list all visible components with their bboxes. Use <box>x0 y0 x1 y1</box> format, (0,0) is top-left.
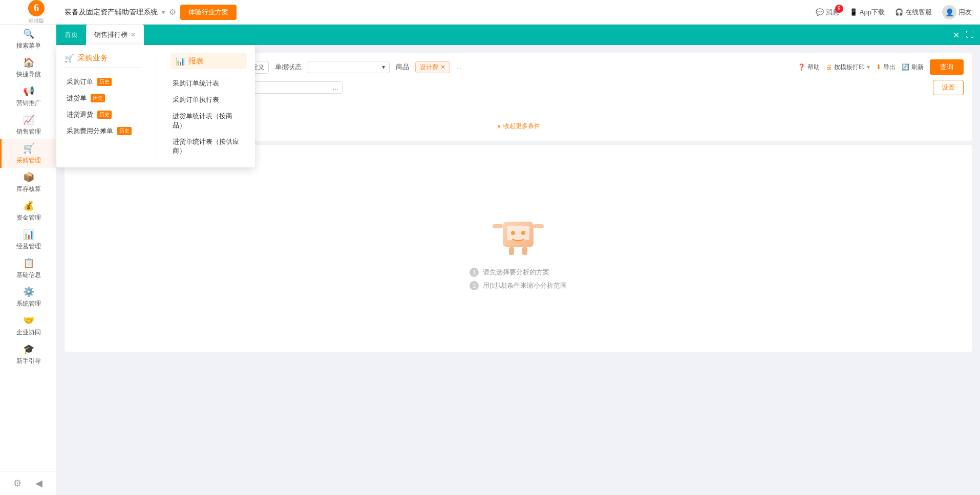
settings-bottom-btn[interactable]: ⚙ <box>13 478 22 489</box>
online-service-btn[interactable]: 🎧 在线客服 <box>895 8 932 17</box>
sidebar-item-sales[interactable]: 📈 销售管理 <box>0 111 56 139</box>
tip-num-2: 2 <box>470 281 479 290</box>
print-icon: 🖨 <box>826 63 832 71</box>
refresh-btn[interactable]: 🔄 刷新 <box>902 63 924 72</box>
chevron-down-icon[interactable]: ▾ <box>162 9 165 16</box>
empty-tip-1: 1 请先选择要分析的方案 <box>470 268 566 277</box>
app-download-btn[interactable]: 📱 App下载 <box>849 8 885 17</box>
toolbar-right: ❓ 帮助 🖨 按模板打印 ▾ ⬇ 导出 🔄 刷新 <box>798 59 964 75</box>
collab-icon: 🤝 <box>23 315 34 326</box>
logo-icon: 6 <box>28 0 45 16</box>
menu-item-po-exec[interactable]: 采购订单执行表 <box>171 92 247 108</box>
dropdown-menu: 🛒 采购业务 采购订单 历史 进货单 历史 进货退货 历史 采购费用分摊单 历史… <box>56 45 255 167</box>
headset-icon: 🎧 <box>895 8 903 16</box>
search-icon: 🔍 <box>23 28 34 39</box>
menu-item-receipt-stat-goods[interactable]: 进货单统计表（按商品） <box>171 108 247 134</box>
empty-tip-2: 2 用[过滤]条件来缩小分析范围 <box>470 281 566 290</box>
tab-bar: 首页 销售排行榜 ✕ ✕ ⛶ <box>56 25 980 45</box>
return-badge: 历史 <box>97 111 112 119</box>
message-badge: 9 <box>835 5 843 13</box>
menu-item-receipt-stat-supplier[interactable]: 进货单统计表（按供应商） <box>171 134 247 159</box>
purchase-section-title: 🛒 采购业务 <box>65 53 141 68</box>
sidebar-item-inventory[interactable]: 📦 库存核算 <box>0 168 56 197</box>
tab-close-icon[interactable]: ✕ <box>131 31 136 38</box>
inventory-icon: 📦 <box>23 171 34 183</box>
message-btn[interactable]: 💬 消息 9 <box>816 8 839 17</box>
user-btn[interactable]: 👤 用友 <box>942 5 972 19</box>
menu-divider <box>156 53 156 159</box>
setting-button[interactable]: 设置 <box>933 80 964 95</box>
purchase-section: 🛒 采购业务 采购订单 历史 进货单 历史 进货退货 历史 采购费用分摊单 历史 <box>65 53 141 159</box>
svg-rect-6 <box>493 224 503 228</box>
doc-status-dropdown[interactable]: ▾ <box>308 61 390 73</box>
finance-icon: 💰 <box>23 200 34 211</box>
reports-icon: 📊 <box>176 57 185 66</box>
top-right: 💬 消息 9 📱 App下载 🎧 在线客服 👤 用友 <box>816 5 972 19</box>
refresh-icon: 🔄 <box>902 63 909 71</box>
receipt-badge: 历史 <box>91 94 105 102</box>
sidebar-bottom: ⚙ ◀ <box>0 471 56 495</box>
sidebar-item-operation[interactable]: 📊 经营管理 <box>0 225 56 254</box>
sidebar-item-system[interactable]: ⚙️ 系统管理 <box>0 283 56 311</box>
logo-area: 6 标准版 <box>8 0 65 25</box>
goods-more-btn[interactable]: ... <box>456 63 461 71</box>
system-title: 装备及固定资产辅助管理系统 <box>65 8 158 17</box>
tip-num-1: 1 <box>470 268 479 277</box>
top-bar: 6 标准版 装备及固定资产辅助管理系统 ▾ ⚙ 体验行业方案 💬 消息 9 📱 … <box>0 0 980 25</box>
sidebar-item-purchase[interactable]: 🛒 采购管理 <box>0 139 56 168</box>
logo-subtitle: 标准版 <box>29 17 44 25</box>
sidebar-item-search[interactable]: 🔍 搜索菜单 <box>0 25 56 53</box>
sidebar-item-basic[interactable]: 📋 基础信息 <box>0 254 56 283</box>
export-icon: ⬇ <box>876 63 881 71</box>
menu-item-receipt[interactable]: 进货单 历史 <box>65 90 141 106</box>
toolbar-right-2: 设置 <box>933 80 964 95</box>
operation-icon: 📊 <box>23 229 34 240</box>
empty-state: 1 请先选择要分析的方案 2 用[过滤]条件来缩小分析范围 <box>65 165 972 331</box>
svg-rect-1 <box>507 226 529 240</box>
tab-close-all-icon[interactable]: ✕ <box>951 28 962 42</box>
sidebar-item-marketing[interactable]: 📢 营销推广 <box>0 82 56 111</box>
help-icon: ❓ <box>798 63 805 71</box>
svg-rect-5 <box>522 247 527 255</box>
goods-tag-close[interactable]: ✕ <box>440 63 445 71</box>
print-btn[interactable]: 🖨 按模板打印 ▾ <box>826 63 870 72</box>
sidebar-item-nav[interactable]: 🏠 快捷导航 <box>0 53 56 82</box>
system-title-area: 装备及固定资产辅助管理系统 ▾ ⚙ 体验行业方案 <box>65 5 816 20</box>
help-btn[interactable]: ❓ 帮助 <box>798 63 820 72</box>
tab-home[interactable]: 首页 <box>56 25 86 45</box>
tab-sales-ranking[interactable]: 销售排行榜 ✕ <box>86 25 144 45</box>
empty-state-container: 1 请先选择要分析的方案 2 用[过滤]条件来缩小分析范围 <box>65 145 972 352</box>
tab-maximize-icon[interactable]: ⛶ <box>964 28 976 41</box>
tab-bar-controls: ✕ ⛶ <box>951 28 980 42</box>
collapse-sidebar-btn[interactable]: ◀ <box>35 478 42 489</box>
goods-tag: 设计费 ✕ <box>415 61 450 73</box>
svg-point-3 <box>521 231 525 235</box>
basic-icon: 📋 <box>23 257 34 269</box>
cost-badge: 历史 <box>117 127 132 135</box>
sidebar-item-collab[interactable]: 🤝 企业协同 <box>0 311 56 340</box>
menu-item-return[interactable]: 进货退货 历史 <box>65 106 141 123</box>
doc-status-label: 单据状态 <box>275 62 302 72</box>
query-button[interactable]: 查询 <box>930 59 964 75</box>
gear-icon[interactable]: ⚙ <box>169 7 176 17</box>
svg-point-2 <box>511 231 515 235</box>
collapse-icon: ∧ <box>497 123 501 130</box>
salesman-more-btn[interactable]: ... <box>333 84 338 91</box>
phone-icon: 📱 <box>849 8 858 16</box>
export-btn[interactable]: ⬇ 导出 <box>876 63 896 72</box>
empty-tips: 1 请先选择要分析的方案 2 用[过滤]条件来缩小分析范围 <box>470 268 566 290</box>
menu-item-po[interactable]: 采购订单 历史 <box>65 74 141 90</box>
po-badge: 历史 <box>97 78 112 86</box>
home-icon: 🏠 <box>23 57 34 68</box>
sidebar-item-finance[interactable]: 💰 资金管理 <box>0 197 56 225</box>
purchase-icon: 🛒 <box>23 143 34 154</box>
menu-item-po-stat[interactable]: 采购订单统计表 <box>171 75 247 92</box>
purchase-section-icon: 🛒 <box>65 54 74 63</box>
sidebar-item-guide[interactable]: 🎓 新手引导 <box>0 340 56 369</box>
menu-item-cost[interactable]: 采购费用分摊单 历史 <box>65 123 141 139</box>
industry-btn[interactable]: 体验行业方案 <box>180 5 237 20</box>
sales-icon: 📈 <box>23 114 34 125</box>
reports-section-title: 📊 报表 <box>171 53 247 69</box>
svg-rect-7 <box>534 224 544 228</box>
salesman-dropdown[interactable]: ... <box>240 81 343 94</box>
